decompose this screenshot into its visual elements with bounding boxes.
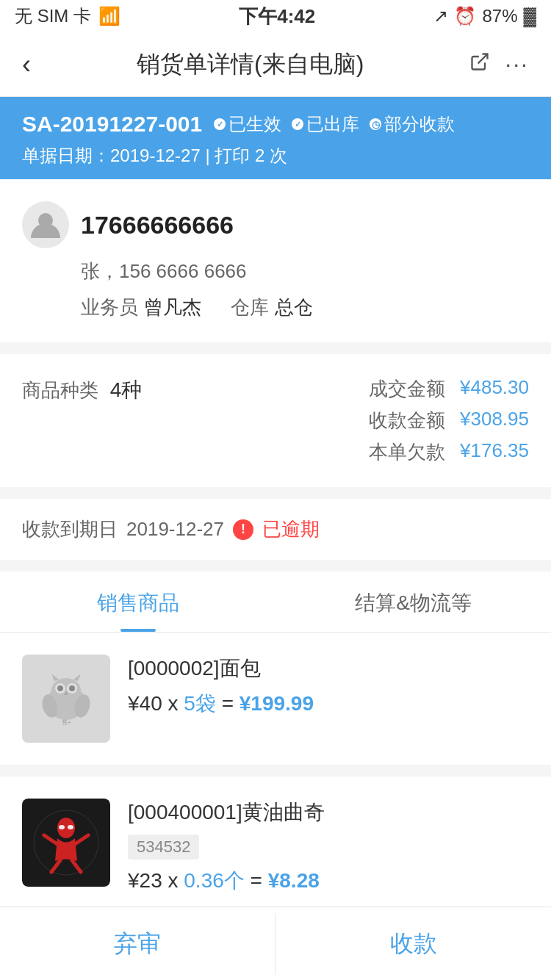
product-item-1: 售+ [0000002]面包 ¥40 x 5袋 = ¥199.99 [0, 633, 551, 765]
overdue-date: 2019-12-27 [126, 518, 224, 541]
svg-point-6 [57, 685, 63, 691]
sales-person-label: 业务员 [81, 295, 138, 320]
svg-marker-9 [51, 674, 59, 681]
debt-amount-row: 本单欠款 ¥176.35 [369, 439, 529, 465]
product-image-2 [22, 799, 110, 887]
deal-amount-row: 成交金额 ¥485.30 [369, 376, 529, 402]
deal-amount-label: 成交金额 [369, 376, 445, 402]
svg-point-7 [69, 685, 75, 691]
clock-icon [370, 118, 381, 130]
product-unit-price-1: ¥40 [128, 692, 162, 715]
payment-amount-row: 收款金额 ¥308.95 [369, 408, 529, 433]
status-left: 无 SIM 卡 📶 [15, 4, 120, 28]
status-effective: 已生效 [214, 112, 281, 136]
product-price-2: ¥23 x 0.36个 = ¥8.28 [128, 867, 529, 895]
order-id: SA-20191227-001 [22, 112, 202, 137]
customer-name: 张，156 6666 6666 [22, 259, 529, 284]
product-image-1: 售+ [22, 655, 110, 743]
product-unit-price-2: ¥23 [128, 869, 162, 892]
category-label: 商品种类 [22, 379, 98, 401]
check-icon-2 [292, 118, 303, 130]
product-info-1: [0000002]面包 ¥40 x 5袋 = ¥199.99 [128, 655, 529, 718]
svg-line-0 [478, 54, 488, 64]
product-total-2: ¥8.28 [268, 869, 320, 892]
product-thumbnail-1: 售+ [22, 655, 110, 743]
deal-amount-value: ¥485.30 [460, 376, 529, 402]
summary-right: 成交金额 ¥485.30 收款金额 ¥308.95 本单欠款 ¥176.35 [369, 376, 529, 465]
payment-amount-value: ¥308.95 [460, 408, 529, 433]
debt-amount-value: ¥176.35 [460, 439, 529, 465]
customer-meta: 业务员 曾凡杰 仓库 总仓 [22, 295, 529, 320]
nav-actions: ··· [469, 51, 529, 78]
sales-person: 业务员 曾凡杰 [81, 295, 201, 320]
status-partial-label: 部分收款 [384, 112, 455, 136]
product-name-2: [000400001]黄油曲奇 [128, 799, 529, 826]
customer-section: 17666666666 张，156 6666 6666 业务员 曾凡杰 仓库 总… [0, 179, 551, 342]
order-date: 单据日期：2019-12-27 | 打印 2 次 [22, 144, 529, 167]
status-time: 下午4:42 [239, 4, 315, 29]
customer-phone: 17666666666 [81, 211, 234, 239]
product-total-1: ¥199.99 [240, 692, 314, 715]
summary-section: 商品种类 4种 成交金额 ¥485.30 收款金额 ¥308.95 本单欠款 ¥… [0, 354, 551, 487]
status-tags: 已生效 已出库 部分收款 [214, 112, 455, 136]
nav-bar: ‹ 销货单详情(来自电脑) ··· [0, 32, 551, 97]
svg-marker-10 [73, 674, 81, 681]
svg-point-21 [59, 825, 65, 829]
sales-person-value: 曾凡杰 [144, 295, 201, 320]
cancel-review-button[interactable]: 弃审 [0, 913, 276, 975]
overdue-status: 已逾期 [262, 516, 320, 542]
battery-status: 87% [482, 6, 517, 26]
category-count: 4种 [110, 378, 143, 401]
share-icon[interactable] [469, 51, 490, 77]
status-shipped-label: 已出库 [306, 112, 359, 136]
tabs-bar: 销售商品 结算&物流等 [0, 572, 551, 633]
status-partial-payment: 部分收款 [370, 112, 455, 136]
status-bar: 无 SIM 卡 📶 下午4:42 ↗ ⏰ 87% ▓ [0, 0, 551, 32]
payment-amount-label: 收款金额 [369, 408, 445, 433]
warehouse: 仓库 总仓 [231, 295, 313, 320]
product-thumbnail-2 [22, 799, 110, 887]
battery-icon: ▓ [523, 6, 536, 26]
product-qty-1: 5袋 [184, 692, 216, 715]
alarm-icon: ⏰ [454, 6, 476, 26]
product-qty-2: 0.36个 [184, 869, 245, 892]
tab-sales-products[interactable]: 销售商品 [0, 572, 276, 632]
bottom-bar: 弃审 收款 [0, 907, 551, 980]
location-icon: ↗ [433, 6, 448, 26]
product-item-2: [000400001]黄油曲奇 534532 ¥23 x 0.36个 = ¥8.… [0, 777, 551, 917]
product-list: 售+ [0000002]面包 ¥40 x 5袋 = ¥199.99 [0, 633, 551, 917]
product-name-1: [0000002]面包 [128, 655, 529, 682]
warehouse-label: 仓库 [231, 295, 269, 320]
order-header: SA-20191227-001 已生效 已出库 部分收款 单据日期：2019-1… [0, 97, 551, 179]
status-effective-label: 已生效 [228, 112, 281, 136]
overdue-icon: ! [233, 519, 253, 540]
product-info-2: [000400001]黄油曲奇 534532 ¥23 x 0.36个 = ¥8.… [128, 799, 529, 895]
wifi-icon: 📶 [98, 6, 120, 26]
svg-point-22 [68, 825, 73, 829]
avatar [22, 201, 69, 248]
tab-settlement[interactable]: 结算&物流等 [276, 572, 551, 632]
product-sku-2: 534532 [128, 835, 199, 860]
summary-left: 商品种类 4种 [22, 376, 142, 404]
status-shipped: 已出库 [292, 112, 359, 136]
back-button[interactable]: ‹ [22, 49, 31, 80]
warehouse-value: 总仓 [275, 295, 313, 320]
sim-status: 无 SIM 卡 [15, 4, 91, 28]
status-right: ↗ ⏰ 87% ▓ [433, 6, 536, 26]
check-icon-1 [214, 118, 226, 130]
product-price-1: ¥40 x 5袋 = ¥199.99 [128, 690, 529, 718]
debt-amount-label: 本单欠款 [369, 439, 445, 465]
overdue-section: 收款到期日 2019-12-27 ! 已逾期 [0, 499, 551, 560]
customer-top: 17666666666 [22, 201, 529, 248]
page-title: 销货单详情(来自电脑) [137, 48, 364, 81]
svg-text:售+: 售+ [62, 719, 71, 726]
more-icon[interactable]: ··· [505, 51, 529, 78]
collect-payment-button[interactable]: 收款 [276, 913, 552, 975]
overdue-label: 收款到期日 [22, 516, 118, 542]
